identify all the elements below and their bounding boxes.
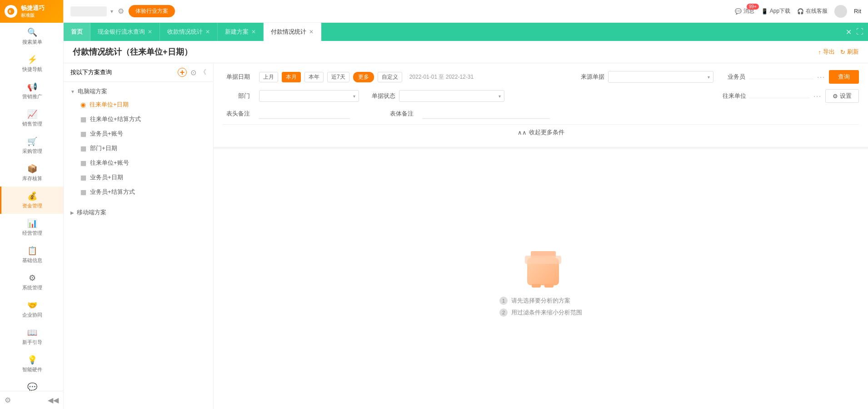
avatar[interactable]: [834, 5, 847, 18]
app-download-btn[interactable]: 📱 App下载: [761, 7, 790, 15]
scheme-item-0-5[interactable]: ▦业务员+日期: [70, 170, 206, 185]
settings-footer-icon[interactable]: ⚙: [5, 396, 11, 404]
setting-btn[interactable]: ⚙ 设置: [825, 89, 859, 103]
nav-icon-1: ⚡: [27, 55, 37, 65]
workspace-dropdown-icon[interactable]: ▾: [110, 8, 113, 15]
query-btn[interactable]: 查询: [829, 70, 859, 84]
scheme-item-0-1[interactable]: ▦往来单位+结算方式: [70, 112, 206, 126]
trial-btn[interactable]: 体验行业方案: [129, 5, 175, 17]
scheme-group-header-0[interactable]: ▼电脑端方案: [70, 86, 206, 97]
this-month-btn[interactable]: 本月: [282, 72, 301, 82]
header-note-label: 表头备注: [223, 110, 250, 118]
tab-4[interactable]: 付款情况统计✕: [264, 23, 321, 41]
empty-illustration: [518, 242, 564, 288]
bill-status-wrap: ▾: [399, 90, 504, 102]
source-select[interactable]: [608, 71, 713, 83]
page-header: 付款情况统计（往来单位+日期） ↑ 导出 ↻ 刷新: [64, 41, 868, 63]
nav-icon-10: 🤝: [27, 300, 37, 310]
workspace-selector[interactable]: ▾: [70, 6, 113, 16]
content: 付款情况统计（往来单位+日期） ↑ 导出 ↻ 刷新 按以下方案查询 +: [64, 41, 868, 409]
this-year-btn[interactable]: 本年: [304, 72, 324, 82]
dept-select[interactable]: [259, 90, 359, 102]
scheme-item-0-6[interactable]: ▦业务员+结算方式: [70, 185, 206, 199]
body-note-input[interactable]: [423, 108, 550, 119]
collapse-up-icon: ∧∧: [518, 129, 527, 136]
nav-icon-5: 📦: [27, 164, 37, 174]
workspace-logo: [70, 6, 107, 16]
tab-close-4[interactable]: ✕: [309, 29, 314, 35]
header-note-input[interactable]: [259, 108, 350, 119]
right-panel: 单据日期 上月 本月 本年 近7天 更多 自定义 2022-01-01 至 20…: [214, 63, 868, 409]
scheme-item-label-0-3: 部门+日期: [90, 144, 117, 152]
body-note-label: 表体备注: [386, 110, 414, 118]
message-btn[interactable]: 💬 消息 99+: [735, 7, 754, 15]
scheme-item-label-0-0: 往来单位+日期: [90, 101, 129, 109]
page-actions: ↑ 导出 ↻ 刷新: [818, 48, 859, 56]
custom-date-btn[interactable]: 自定义: [378, 72, 402, 82]
sidebar-item-企业协同[interactable]: 🤝企业协同: [0, 296, 63, 323]
nav-icon-0: 🔍: [27, 27, 37, 37]
group-label-1: 移动端方案: [77, 208, 106, 217]
svg-text:6: 6: [9, 9, 11, 14]
collapse-panel-icon[interactable]: 《: [200, 68, 206, 76]
topbar-gear-icon[interactable]: ⚙: [118, 7, 124, 15]
more-dates-btn[interactable]: 更多: [353, 72, 374, 82]
sidebar-item-新手引导[interactable]: 📖新手引导: [0, 323, 63, 350]
sidebar-item-销售管理[interactable]: 📈销售管理: [0, 105, 63, 132]
add-scheme-btn[interactable]: +: [178, 68, 187, 77]
sidebar-item-资金管理[interactable]: 💰资金管理: [0, 187, 63, 214]
export-icon: ↑: [818, 49, 822, 56]
sidebar-item-快捷导航[interactable]: ⚡快捷导航: [0, 50, 63, 77]
maximize-icon[interactable]: ⛶: [856, 28, 863, 36]
tab-1[interactable]: 现金银行流水查询✕: [90, 23, 160, 41]
sidebar-item-企业微信[interactable]: 💬企业微信: [0, 378, 63, 391]
sidebar-item-库存核算[interactable]: 📦库存核算: [0, 159, 63, 187]
content-body: 按以下方案查询 + ⊙ 《 ▼电脑端方案◉往来单位+日期▦往来单位+结算方式▦业…: [64, 63, 868, 409]
scheme-group-0: ▼电脑端方案◉往来单位+日期▦往来单位+结算方式▦业务员+账号▦部门+日期▦往来…: [64, 82, 213, 203]
scheme-item-label-0-4: 往来单位+账号: [90, 159, 129, 167]
tab-close-2[interactable]: ✕: [205, 29, 210, 35]
tab-3[interactable]: 新建方案✕: [218, 23, 264, 41]
collapse-sidebar-icon[interactable]: ◀◀: [48, 396, 59, 404]
tab-close-3[interactable]: ✕: [251, 29, 256, 35]
partner-picker-btn[interactable]: ···: [813, 92, 822, 100]
close-tab-icon[interactable]: ✕: [846, 28, 852, 36]
topbar-actions: 💬 消息 99+ 📱 App下载 🎧 在线客服 Rit: [735, 5, 861, 18]
sidebar: 6 畅捷通巧 标准版 🔍搜索菜单⚡快捷导航📢营销推广📈销售管理🛒采购管理📦库存核…: [0, 0, 64, 409]
last-7days-btn[interactable]: 近7天: [327, 72, 349, 82]
online-service-btn[interactable]: 🎧 在线客服: [797, 7, 828, 15]
refresh-btn[interactable]: ↻ 刷新: [840, 48, 859, 56]
nav-icon-7: 📊: [27, 218, 37, 228]
nav-icon-4: 🛒: [27, 136, 37, 146]
page-title: 付款情况统计（往来单位+日期）: [73, 46, 192, 57]
scheme-item-0-3[interactable]: ▦部门+日期: [70, 141, 206, 156]
sidebar-item-智能硬件[interactable]: 💡智能硬件: [0, 350, 63, 378]
salesman-picker-btn[interactable]: ···: [817, 73, 825, 81]
export-btn[interactable]: ↑ 导出: [818, 48, 835, 56]
message-icon: 💬: [735, 8, 742, 15]
tab-close-1[interactable]: ✕: [148, 29, 152, 35]
bill-status-select[interactable]: [399, 90, 504, 102]
scheme-item-label-0-2: 业务员+账号: [90, 130, 123, 138]
sidebar-item-基础信息[interactable]: 📋基础信息: [0, 241, 63, 268]
nav-icon-2: 📢: [27, 82, 37, 92]
scheme-group-header-1[interactable]: ▶移动端方案: [70, 207, 206, 218]
scheme-settings-icon[interactable]: ⊙: [190, 68, 196, 77]
sidebar-item-营销推广[interactable]: 📢营销推广: [0, 77, 63, 105]
last-month-btn[interactable]: 上月: [259, 72, 278, 82]
sidebar-item-搜索菜单[interactable]: 🔍搜索菜单: [0, 23, 63, 50]
sidebar-item-系统管理[interactable]: ⚙系统管理: [0, 268, 63, 296]
scheme-item-0-0[interactable]: ◉往来单位+日期: [70, 97, 206, 112]
scheme-item-icon-0-6: ▦: [80, 188, 86, 196]
sidebar-item-采购管理[interactable]: 🛒采购管理: [0, 132, 63, 159]
scheme-item-icon-0-1: ▦: [80, 116, 86, 123]
scheme-item-0-4[interactable]: ▦往来单位+账号: [70, 156, 206, 170]
collapse-filter-btn[interactable]: ∧∧ 收起更多条件: [223, 124, 859, 140]
tab-label-4: 付款情况统计: [271, 28, 306, 36]
tab-0[interactable]: 首页: [64, 23, 90, 41]
sidebar-item-经营管理[interactable]: 📊经营管理: [0, 214, 63, 241]
empty-state: 1 请先选择要分析的方案 2 用过滤条件来缩小分析范围: [214, 149, 868, 409]
scheme-item-0-2[interactable]: ▦业务员+账号: [70, 126, 206, 141]
scheme-item-icon-0-3: ▦: [80, 145, 86, 152]
tab-2[interactable]: 收款情况统计✕: [160, 23, 218, 41]
